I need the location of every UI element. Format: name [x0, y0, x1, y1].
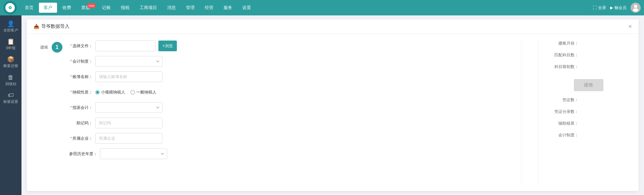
- history-year-row: 参照历史年度：: [69, 148, 514, 159]
- accounting-system-info-label: 会计制度：: [552, 132, 579, 138]
- nav-items: 首页 客户 收费 票据 new 记账 报税 工商项目 消息 管理 经营 服务 设…: [20, 3, 593, 13]
- vertical-divider: [521, 41, 521, 184]
- trash-icon: 🗑: [8, 74, 14, 80]
- import-icon: 📥: [34, 24, 39, 29]
- period-init-row: 科目期初数：: [552, 64, 625, 70]
- period-init-label: 科目期初数：: [552, 64, 579, 70]
- top-nav: ✿ 首页 客户 收费 票据 new 记账 报税 工商项目 消息 管理 经营 服务…: [0, 0, 644, 15]
- file-row: *选择文件： +浏览: [69, 41, 514, 51]
- import-panel: 📥 导爷数据导入 × 建账 1: [27, 19, 639, 191]
- match-subjects-row: 匹配科目数：: [552, 52, 625, 58]
- voucher-count-label: 凭证数：: [552, 97, 579, 103]
- accounting-system-info-row: 会计制度：: [552, 132, 625, 138]
- ledger-name-input[interactable]: [95, 71, 162, 82]
- memo-label: 助记码：: [69, 120, 93, 126]
- sidebar-item-label: 全部客户: [3, 28, 18, 32]
- member-label: 畅会员: [614, 5, 627, 11]
- required-star: *: [70, 59, 72, 64]
- tax-small-scale-option[interactable]: 小规模纳税人: [95, 89, 125, 95]
- main-content: 📥 导爷数据导入 × 建账 1: [21, 15, 644, 195]
- sidebar-item-declaration[interactable]: 📋 0申报: [1, 36, 21, 53]
- ledger-name-row: *账簿名称：: [69, 71, 514, 82]
- tag-icon: 🏷: [8, 92, 14, 98]
- tax-general-label: 一般纳税人: [136, 89, 156, 95]
- sidebar-item-tag-settings[interactable]: 🏷 标签设置: [1, 89, 21, 107]
- avatar[interactable]: [631, 3, 641, 13]
- nav-item-invoice[interactable]: 票据 new: [77, 3, 97, 13]
- file-input[interactable]: [95, 41, 156, 51]
- sidebar-item-label: 标签设置: [3, 100, 18, 104]
- history-year-select[interactable]: [100, 148, 167, 159]
- nav-item-settings[interactable]: 设置: [238, 3, 256, 13]
- accountant-label: *指派会计：: [69, 105, 93, 111]
- tax-general-radio[interactable]: [131, 90, 135, 94]
- required-star: *: [70, 136, 72, 141]
- video-icon: ▶: [610, 5, 613, 10]
- sidebar-item-label: 回收站: [5, 82, 16, 86]
- sidebar: 👤 全部客户 📋 0申报 📦 账套迁移 🗑 回收站 🏷 标签设置: [0, 15, 21, 195]
- sidebar-item-label: 账套迁移: [3, 64, 18, 68]
- step-label: 建账: [40, 42, 48, 53]
- company-label: *所属企业：: [69, 136, 93, 141]
- file-label: *选择文件：: [69, 43, 93, 49]
- tax-type-row: *纳税性质： 小规模纳税人 一般纳税人: [69, 87, 514, 97]
- build-month-row: 建账月份：: [552, 41, 625, 46]
- nav-item-biz[interactable]: 工商项目: [135, 3, 162, 13]
- box-icon: 📦: [7, 56, 14, 62]
- memo-input[interactable]: [95, 118, 162, 128]
- nav-item-fee[interactable]: 收费: [58, 3, 76, 13]
- form-step: 建账 1: [40, 41, 62, 184]
- tax-small-scale-radio[interactable]: [95, 90, 100, 94]
- tax-general-option[interactable]: 一般纳税人: [131, 89, 156, 95]
- aux-accounting-row: 辅助核算：: [552, 121, 625, 126]
- nav-item-tax[interactable]: 报税: [116, 3, 134, 13]
- panel-body: 建账 1 *选择文件： +浏览: [27, 34, 639, 191]
- ledger-name-label: *账簿名称：: [69, 74, 93, 80]
- nav-item-operation[interactable]: 经营: [200, 3, 218, 13]
- nav-item-service[interactable]: 服务: [219, 3, 237, 13]
- accounting-system-label: *会计制度：: [69, 59, 93, 64]
- history-year-label: 参照历史年度：: [69, 151, 97, 157]
- document-icon: 📋: [7, 39, 14, 45]
- match-subjects-label: 匹配科目数：: [552, 52, 579, 58]
- company-row: *所属企业：: [69, 133, 514, 144]
- create-account-button[interactable]: 建账: [574, 79, 603, 91]
- sidebar-item-migration[interactable]: 📦 账套迁移: [1, 54, 21, 71]
- nav-item-home[interactable]: 首页: [20, 3, 38, 13]
- sidebar-item-all-clients[interactable]: 👤 全部客户: [1, 18, 21, 35]
- required-star: *: [70, 105, 72, 110]
- nav-item-message[interactable]: 消息: [162, 3, 181, 13]
- nav-item-manage[interactable]: 管理: [181, 3, 199, 13]
- panel-title-text: 导爷数据导入: [41, 23, 69, 29]
- accountant-row: *指派会计：: [69, 102, 514, 113]
- nav-item-bookkeeping[interactable]: 记账: [97, 3, 115, 13]
- voucher-count-row: 凭证数：: [552, 97, 625, 103]
- aux-accounting-label: 辅助核算：: [552, 121, 579, 126]
- nav-item-client[interactable]: 客户: [39, 3, 57, 13]
- svg-point-1: [634, 5, 637, 8]
- build-month-label: 建账月份：: [552, 41, 579, 46]
- sidebar-item-trash[interactable]: 🗑 回收站: [1, 72, 21, 89]
- accountant-select[interactable]: [95, 102, 162, 113]
- memo-row: 助记码：: [69, 118, 514, 128]
- panel-header: 📥 导爷数据导入 ×: [27, 19, 639, 34]
- people-icon: 👤: [7, 21, 14, 27]
- accounting-system-select[interactable]: [95, 56, 162, 67]
- fullscreen-btn[interactable]: ⛶ 全屏: [593, 5, 606, 11]
- fullscreen-icon: ⛶: [593, 5, 597, 10]
- member-btn[interactable]: ▶ 畅会员: [610, 5, 627, 11]
- tax-type-label: *纳税性质：: [69, 89, 93, 95]
- close-button[interactable]: ×: [628, 23, 632, 29]
- voucher-entry-label: 凭证分录数：: [552, 109, 579, 115]
- company-input[interactable]: [95, 133, 162, 144]
- step-circle: 1: [52, 42, 62, 53]
- accounting-system-row: *会计制度：: [69, 56, 514, 67]
- app-logo[interactable]: ✿: [3, 1, 17, 14]
- form-fields: *选择文件： +浏览 *会计制度：: [69, 41, 514, 184]
- svg-point-2: [633, 8, 638, 12]
- nav-right: ⛶ 全屏 ▶ 畅会员: [593, 3, 641, 13]
- logo-icon: ✿: [5, 3, 15, 12]
- info-section: 建账月份： 匹配科目数： 科目期初数： 建账 凭证数：: [538, 41, 625, 184]
- required-star: *: [70, 74, 72, 79]
- browse-button[interactable]: +浏览: [158, 41, 177, 51]
